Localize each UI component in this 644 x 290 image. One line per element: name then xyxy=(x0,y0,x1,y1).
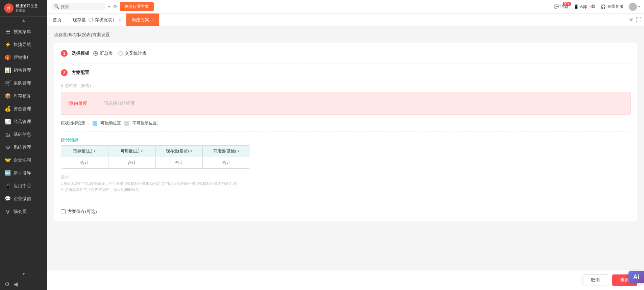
sidebar-item-label: 资金管理 xyxy=(14,106,31,112)
stats-col-header-2: 现存量(基辅) ▾ xyxy=(156,146,203,157)
stats-section-label: 统计指标 xyxy=(61,137,630,143)
stats-col-label-2: 现存量(基辅) xyxy=(166,148,189,154)
save-checkbox[interactable] xyxy=(61,209,66,214)
radio-cross-label: 交叉统计表 xyxy=(125,50,147,56)
tab-new-scheme-close-icon[interactable]: × xyxy=(151,18,153,22)
tabs-controls: ✕ ⛶ xyxy=(629,17,644,23)
ai-fab-button[interactable]: Ai xyxy=(628,271,644,283)
wechat-icon: 💬 xyxy=(5,196,11,202)
sidebar-item-label: 企业微信 xyxy=(14,196,31,202)
stats-col-0: 现存量(主) ▾ 合计 xyxy=(61,146,108,168)
sidebar-item-label: 畅会员 xyxy=(14,209,27,215)
operations-icon: 📈 xyxy=(5,119,11,125)
stats-col-label-0: 现存量(主) xyxy=(73,148,92,154)
mobile-icon: 📱 xyxy=(574,4,579,9)
sidebar-item-member[interactable]: V 畅会员 xyxy=(0,205,47,218)
settings-icon[interactable]: ⚙ xyxy=(5,281,9,287)
stats-col-header-1: 可用量(主) ▾ xyxy=(108,146,155,157)
newuser-icon: 🆕 xyxy=(5,170,11,176)
tab-home-label: 首页 xyxy=(53,17,61,23)
step2-row: 2 方案配置 xyxy=(61,69,630,76)
tab-inventory-label: 现存量（库存状况表） xyxy=(73,17,117,23)
sidebar-item-newuser[interactable]: 🆕 新手引导 xyxy=(0,167,47,179)
sidebar-item-wechat[interactable]: 💬 企业微信 xyxy=(0,192,47,205)
sidebar-item-sales[interactable]: 📊 销售管理 xyxy=(0,64,47,77)
search-bar[interactable]: 🔍 xyxy=(51,3,105,10)
search-icon: 🔍 xyxy=(54,4,59,9)
sidebar-scroll-down[interactable]: ▼ xyxy=(0,270,47,278)
sidebar-item-label: 基础信息 xyxy=(14,131,31,138)
sales-icon: 📊 xyxy=(5,67,11,73)
stats-col-chevron-3[interactable]: ▾ xyxy=(238,149,240,153)
tab-new-scheme[interactable]: 新建方案 × xyxy=(126,14,159,26)
footer-bar: 取消 查询 xyxy=(47,270,644,290)
step1-row: 1 选择模板 汇总表 交叉统计表 xyxy=(61,50,630,57)
sidebar-item-baseinfo[interactable]: 🗂 基础信息 xyxy=(0,128,47,141)
stats-col-body-2: 合计 xyxy=(156,157,203,168)
sidebar-item-quicknav[interactable]: ⚡ 快捷导航 xyxy=(0,38,47,51)
user-avatar-button[interactable]: ▾ xyxy=(629,3,640,11)
finance-icon: 💰 xyxy=(5,106,11,112)
radio-summary-circle xyxy=(93,51,98,56)
trial-industry-button[interactable]: 体验行业方案 xyxy=(120,2,154,11)
stats-col-chevron-2[interactable]: ▾ xyxy=(190,149,192,153)
sidebar-item-purchase[interactable]: 🛒 采购管理 xyxy=(0,77,47,90)
message-icon: 💬 xyxy=(554,4,559,9)
step2-badge: 2 xyxy=(61,69,68,76)
dimension-required-label: *纵向维度 xyxy=(68,100,87,106)
stats-col-chevron-1[interactable]: ▾ xyxy=(141,149,143,153)
indicator-settings-row: 模板指标设定（ 可拖动位置 不可拖动位置） xyxy=(61,120,630,126)
dimension-box[interactable]: *纵向维度 —— 请选择分组维度 xyxy=(61,92,630,115)
sidebar-item-inventory[interactable]: 📦 库存核算 xyxy=(0,90,47,102)
save-row: 方案保存(可选) xyxy=(61,209,630,215)
stats-col-body-0: 合计 xyxy=(61,157,108,168)
sidebar-item-appcenter[interactable]: 📱 应用中心 xyxy=(0,179,47,192)
sidebar-item-system[interactable]: ⚙ 系统管理 xyxy=(0,141,47,154)
app-download-button[interactable]: 📱 App下载 xyxy=(574,4,595,9)
tips-text-0: 1.拖动标题栏可以调整布局，不可跨维度或指标区域拖动指定目字段(只能在同一维度或… xyxy=(61,181,238,186)
sidebar-item-marketing[interactable]: 🎁 营销推广 xyxy=(0,51,47,64)
tab-home[interactable]: 首页 xyxy=(47,14,67,26)
stats-col-header-0: 现存量(主) ▾ xyxy=(61,146,108,157)
sidebar-item-label: 经营管理 xyxy=(14,119,31,125)
marketing-icon: 🎁 xyxy=(5,54,11,61)
app-download-label: App下载 xyxy=(580,4,595,9)
message-button[interactable]: 💬 消息 99+ xyxy=(554,4,568,9)
tab-inventory-close-icon[interactable]: × xyxy=(119,18,121,22)
indicator-draggable-label: 可拖动位置 xyxy=(101,120,121,126)
topbar-gear-icon[interactable]: ⚙ xyxy=(113,4,117,10)
radio-summary-label: 汇总表 xyxy=(100,50,113,56)
sidebar: 好 畅捷通好生意 标准版 ▲ ☰ 搜索菜单 ⚡ 快捷导航 🎁 营销推广 📊 销售… xyxy=(0,0,47,290)
sidebar-scroll-up[interactable]: ▲ xyxy=(0,17,47,24)
sidebar-item-finance[interactable]: 💰 资金管理 xyxy=(0,102,47,115)
cancel-button[interactable]: 取消 xyxy=(583,274,608,286)
tab-expand-button[interactable]: ⛶ xyxy=(636,17,641,23)
appcenter-icon: 📱 xyxy=(5,183,11,189)
tab-new-scheme-label: 新建方案 xyxy=(132,17,149,23)
tab-close-button[interactable]: ✕ xyxy=(629,17,633,23)
message-badge: 99+ xyxy=(563,2,571,6)
baseinfo-icon: 🗂 xyxy=(5,131,11,138)
inventory-icon: 📦 xyxy=(5,93,11,99)
stats-col-chevron-0[interactable]: ▾ xyxy=(94,149,96,153)
sidebar-item-search[interactable]: ☰ 搜索菜单 xyxy=(0,25,47,38)
main-wrap: 🔍 ▾ ⚙ 体验行业方案 💬 消息 99+ 📱 App下载 🎧 在线客服 ▾ xyxy=(47,0,644,290)
sidebar-item-operations[interactable]: 📈 经营管理 xyxy=(0,115,47,128)
search-chevron-icon[interactable]: ▾ xyxy=(108,4,110,9)
dimension-dash: —— xyxy=(91,101,100,106)
sidebar-item-collab[interactable]: 🤝 企业协同 xyxy=(0,154,47,167)
online-service-button[interactable]: 🎧 在线客服 xyxy=(601,4,623,9)
sidebar-nav: ☰ 搜索菜单 ⚡ 快捷导航 🎁 营销推广 📊 销售管理 🛒 采购管理 📦 库存核… xyxy=(0,24,47,270)
draggable-badge xyxy=(93,121,97,126)
search-input[interactable] xyxy=(61,4,101,9)
member-icon: V xyxy=(5,209,11,215)
tab-inventory[interactable]: 现存量（库存状况表） × xyxy=(67,14,126,26)
page-content: 现存量(库存状况表)方案设置 1 选择模板 汇总表 交叉统计表 xyxy=(47,26,644,270)
radio-cross[interactable]: 交叉统计表 xyxy=(118,50,147,56)
collapse-icon[interactable]: ◀ xyxy=(14,281,18,287)
app-logo: 好 畅捷通好生意 标准版 xyxy=(0,0,47,17)
system-icon: ⚙ xyxy=(5,144,11,150)
app-name: 畅捷通好生意 xyxy=(16,3,38,8)
tips-item-0: 1.拖动标题栏可以调整布局，不可跨维度或指标区域拖动指定目字段(只能在同一维度或… xyxy=(61,181,630,186)
radio-summary[interactable]: 汇总表 xyxy=(93,50,113,56)
